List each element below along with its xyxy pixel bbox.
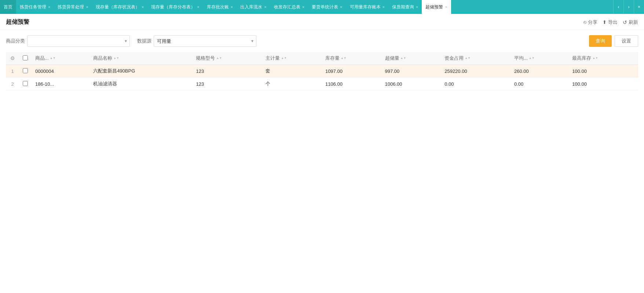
row-name-2: 机油滤清器 — [89, 78, 192, 90]
row-select-1[interactable] — [23, 68, 28, 73]
filter-bar: 商品分类 数据源 可用量 库存量 查询 设置 — [0, 30, 644, 52]
table-row: 2 186-10... 机油滤清器 123 个 — [6, 78, 638, 90]
row-capital-2: 0.00 — [441, 78, 511, 90]
nav-item-expiry[interactable]: 保质期查询 × — [388, 0, 422, 14]
nav-close-stock-dist[interactable]: × — [197, 5, 199, 9]
nav-close-order-stats[interactable]: × — [340, 5, 342, 9]
refresh-icon: ↺ — [623, 19, 627, 25]
nav-item-home[interactable]: 首页 — [0, 0, 16, 14]
export-label: 导出 — [608, 19, 618, 26]
datasource-select[interactable]: 可用量 库存量 — [154, 35, 256, 47]
row-code-2: 186-10... — [32, 78, 89, 90]
table-header: ⚙ 商品... ▲▼ 商品名称 ▲▼ — [6, 52, 638, 65]
th-checkbox — [19, 52, 32, 65]
refresh-label: 刷新 — [629, 19, 638, 26]
th-capital: 资金占用 ▲▼ — [441, 52, 511, 65]
row-max-stock-2: 100.00 — [568, 78, 638, 90]
nav-item-stock-dist[interactable]: 现存量（库存分布表） × — [147, 0, 203, 14]
table-container: ⚙ 商品... ▲▼ 商品名称 ▲▼ — [0, 52, 644, 90]
nav-close-abnormal[interactable]: × — [86, 5, 88, 9]
nav-item-task[interactable]: 拣货任务管理 × — [16, 0, 54, 14]
nav-close-flow[interactable]: × — [264, 5, 266, 9]
nav-item-abnormal[interactable]: 拣货异常处理 × — [54, 0, 92, 14]
sort-spec[interactable]: ▲▼ — [216, 57, 222, 60]
nav-close-expiry[interactable]: × — [416, 5, 418, 9]
th-gear: ⚙ — [6, 52, 19, 65]
nav-item-order-stats[interactable]: 要货单统计表 × — [308, 0, 346, 14]
nav-label-abnormal: 拣货异常处理 — [58, 4, 84, 10]
nav-more-btn[interactable]: × — [634, 0, 644, 14]
query-button[interactable]: 查询 — [589, 35, 612, 47]
data-table: ⚙ 商品... ▲▼ 商品名称 ▲▼ — [6, 52, 638, 90]
row-max-stock-1: 100.00 — [568, 65, 638, 78]
category-select-wrap — [27, 35, 130, 47]
row-spec-2: 123 — [192, 78, 262, 90]
th-spec: 规格型号 ▲▼ — [192, 52, 262, 65]
th-unit: 主计量 ▲▼ — [262, 52, 322, 65]
row-num-1: 1 — [6, 65, 19, 78]
nav-item-avail-stock[interactable]: 可用量库存账本 × — [346, 0, 388, 14]
table-row: 1 0000004 六配套新昌490BPG 123 套 — [6, 65, 638, 78]
category-select[interactable] — [27, 35, 130, 47]
nav-item-summary[interactable]: 收发存汇总表 × — [270, 0, 308, 14]
nav-close-summary[interactable]: × — [302, 5, 304, 9]
row-capital-1: 259220.00 — [441, 65, 511, 78]
column-settings-icon[interactable]: ⚙ — [10, 55, 15, 61]
nav-close-batch[interactable]: × — [231, 5, 233, 9]
row-spec-1: 123 — [192, 65, 262, 78]
row-overflow-1: 997.00 — [381, 65, 441, 78]
sort-overflow[interactable]: ▲▼ — [400, 57, 406, 60]
row-stock-1: 1097.00 — [322, 65, 381, 78]
row-stock-2: 1106.00 — [322, 78, 381, 90]
datasource-label: 数据源 — [137, 38, 151, 44]
nav-label-flow: 出入库流水 — [240, 4, 262, 10]
header-actions: ⎋ 分享 ⬆ 导出 ↺ 刷新 — [583, 19, 638, 26]
nav-item-overflow[interactable]: 超储预警 × — [422, 0, 451, 14]
settings-button[interactable]: 设置 — [615, 35, 638, 47]
select-all-checkbox[interactable] — [23, 55, 28, 60]
share-label: 分享 — [588, 19, 597, 26]
sort-avg[interactable]: ▲▼ — [529, 57, 535, 60]
nav-label-overflow: 超储预警 — [425, 4, 443, 10]
nav-close-task[interactable]: × — [48, 5, 50, 9]
sort-max-stock[interactable]: ▲▼ — [592, 57, 598, 60]
nav-next-btn[interactable]: › — [623, 0, 634, 14]
top-nav: 首页 拣货任务管理 × 拣货异常处理 × 现存量（库存状况表） × 现存量（库存… — [0, 0, 644, 14]
nav-arrows: ‹ › × — [613, 0, 644, 14]
nav-prev-btn[interactable]: ‹ — [613, 0, 623, 14]
th-avg: 平均... ▲▼ — [511, 52, 568, 65]
nav-close-stock-status[interactable]: × — [142, 5, 144, 9]
refresh-button[interactable]: ↺ 刷新 — [623, 19, 638, 26]
nav-label-expiry: 保质期查询 — [392, 4, 414, 10]
nav-close-overflow[interactable]: × — [445, 5, 447, 9]
nav-item-flow[interactable]: 出入库流水 × — [237, 0, 270, 14]
category-label: 商品分类 — [6, 38, 25, 44]
share-button[interactable]: ⎋ 分享 — [583, 19, 597, 26]
nav-label-stock-dist: 现存量（库存分布表） — [151, 4, 195, 10]
nav-item-stock-status[interactable]: 现存量（库存状况表） × — [92, 0, 147, 14]
nav-label-stock-status: 现存量（库存状况表） — [96, 4, 140, 10]
nav-item-batch[interactable]: 库存批次账 × — [203, 0, 237, 14]
row-unit-2: 个 — [262, 78, 322, 90]
row-checkbox-1 — [19, 65, 32, 78]
row-name-1: 六配套新昌490BPG — [89, 65, 192, 78]
sort-capital[interactable]: ▲▼ — [465, 57, 471, 60]
page-header: 超储预警 ⎋ 分享 ⬆ 导出 ↺ 刷新 — [0, 14, 644, 30]
sort-product-name[interactable]: ▲▼ — [113, 57, 119, 60]
table-body: 1 0000004 六配套新昌490BPG 123 套 — [6, 65, 638, 90]
row-num-2: 2 — [6, 78, 19, 90]
nav-label-batch: 库存批次账 — [207, 4, 229, 10]
row-select-2[interactable] — [23, 81, 28, 86]
nav-close-avail-stock[interactable]: × — [383, 5, 385, 9]
sort-unit[interactable]: ▲▼ — [281, 57, 287, 60]
row-overflow-2: 1006.00 — [381, 78, 441, 90]
export-button[interactable]: ⬆ 导出 — [603, 19, 618, 26]
sort-product-code[interactable]: ▲▼ — [50, 57, 56, 60]
nav-label-avail-stock: 可用量库存账本 — [350, 4, 381, 10]
nav-label-task: 拣货任务管理 — [20, 4, 46, 10]
page-container: 超储预警 ⎋ 分享 ⬆ 导出 ↺ 刷新 商品分类 — [0, 14, 644, 293]
export-icon: ⬆ — [603, 19, 607, 25]
nav-label-summary: 收发存汇总表 — [274, 4, 300, 10]
row-avg-2: 0.00 — [511, 78, 568, 90]
sort-stock[interactable]: ▲▼ — [341, 57, 347, 60]
